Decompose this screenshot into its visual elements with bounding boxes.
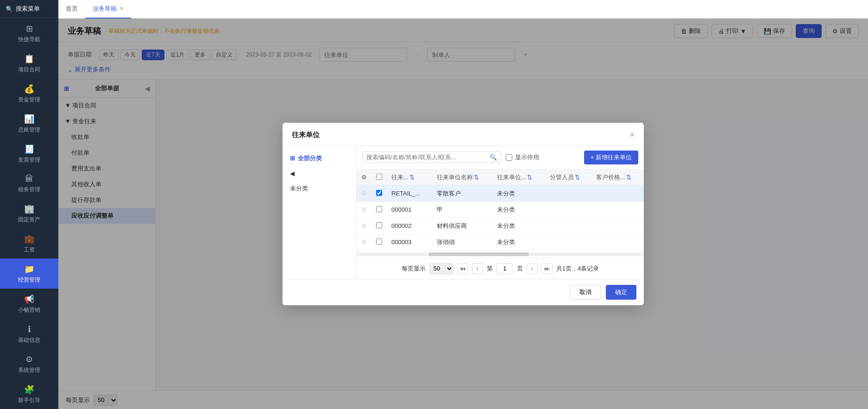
- select-all-checkbox[interactable]: [376, 174, 382, 180]
- modal-toolbar: 🔍 显示停用 + 新增往来单位: [357, 146, 644, 170]
- next-page-button[interactable]: ›: [527, 263, 538, 274]
- cancel-button[interactable]: 取消: [570, 285, 601, 300]
- sidebar-item-quick-nav[interactable]: ⊞快捷导航: [0, 18, 58, 48]
- row-manager: [545, 218, 591, 234]
- th-manager: 分管人员⇅: [545, 170, 591, 186]
- quick-nav-icon: ⊞: [26, 24, 33, 34]
- sidebar-item-new-guide[interactable]: 🧩新手引导: [0, 379, 58, 409]
- basic-info-icon: ℹ: [28, 324, 31, 334]
- row-settings: ⚙: [357, 185, 371, 201]
- sys-mgmt-icon: ⚙: [25, 354, 33, 365]
- modal-actions: 取消 确定: [283, 279, 644, 305]
- sidebar-item-project-contract[interactable]: 📋项目合同: [0, 48, 58, 78]
- gear-icon[interactable]: ⚙: [361, 190, 367, 197]
- row-select-checkbox[interactable]: [376, 206, 382, 212]
- th-code: 往来...⇅: [387, 170, 432, 186]
- table-row[interactable]: ⚙ 000003 张俏俏 未分类: [357, 234, 644, 250]
- row-checkbox[interactable]: [371, 218, 387, 234]
- row-settings: ⚙: [357, 234, 371, 250]
- row-select-checkbox[interactable]: [376, 239, 382, 245]
- modal-close-button[interactable]: ×: [629, 130, 635, 140]
- disabled-checkbox[interactable]: [506, 154, 512, 161]
- last-page-button[interactable]: ⏭: [541, 263, 553, 274]
- sidebar-logo[interactable]: 🔍 搜索菜单: [0, 0, 58, 18]
- row-checkbox[interactable]: [371, 185, 387, 201]
- modal-tree-item-unclassified[interactable]: 未分类: [283, 181, 356, 196]
- th-category: 往来单位...⇅: [492, 170, 545, 186]
- tab-close-biz-draft[interactable]: ✕: [120, 6, 124, 12]
- tab-bar: 首页业务草稿✕: [58, 0, 868, 19]
- row-code: RETAIL_...: [387, 185, 432, 201]
- row-code: 000001: [387, 201, 432, 218]
- row-checkbox[interactable]: [371, 201, 387, 218]
- sort-icon: ⇅: [409, 174, 415, 181]
- sidebar-item-biz-mgmt[interactable]: 📁经营管理: [0, 258, 58, 289]
- row-code: 000003: [387, 234, 432, 250]
- sidebar-item-salary[interactable]: 💼工资: [0, 228, 58, 258]
- sidebar-item-basic-info[interactable]: ℹ基础信息: [0, 319, 58, 349]
- sort-icon: ⇅: [527, 174, 532, 181]
- capital-mgmt-icon: 💰: [24, 84, 34, 94]
- row-name: 材料供应商: [432, 218, 493, 234]
- row-category: 未分类: [492, 234, 545, 250]
- sidebar-item-marketing[interactable]: 📢小畅营销: [0, 289, 58, 319]
- row-select-checkbox[interactable]: [376, 190, 382, 196]
- row-name: 甲: [432, 201, 493, 218]
- modal-scroll-thumb: [428, 252, 529, 256]
- gear-icon[interactable]: ⚙: [361, 239, 367, 245]
- table-header-row: ⚙ 往来...⇅ 往来单位名称⇅ 往来单位...⇅ 分管人员⇅ 客户价格...⇅: [357, 170, 644, 186]
- th-price: 客户价格...⇅: [591, 170, 644, 186]
- row-manager: [545, 234, 591, 250]
- sidebar-item-fixed-assets[interactable]: 🏢固定资产: [0, 198, 58, 228]
- th-name: 往来单位名称⇅: [432, 170, 493, 186]
- table-row[interactable]: ⚙ 000002 材料供应商 未分类: [357, 218, 644, 234]
- chevron-left-icon: ◀: [290, 170, 295, 177]
- first-page-button[interactable]: ⏮: [457, 263, 468, 274]
- modal-overlay: 往来单位 × ⊞ 全部分类 ◀: [58, 19, 868, 409]
- biz-mgmt-icon: 📁: [24, 264, 34, 274]
- row-select-checkbox[interactable]: [376, 222, 382, 228]
- add-partner-button[interactable]: + 新增往来单位: [584, 151, 638, 164]
- search-input[interactable]: [366, 154, 487, 161]
- current-page-input[interactable]: [497, 263, 513, 274]
- sidebar-item-tax-mgmt[interactable]: 🏛税务管理: [0, 169, 58, 198]
- modal-body: ⊞ 全部分类 ◀ 未分类: [283, 146, 644, 279]
- modal-scrollbar[interactable]: [357, 252, 644, 256]
- gear-icon[interactable]: ⚙: [361, 222, 367, 229]
- project-contract-icon: 📋: [24, 54, 34, 64]
- table-row[interactable]: ⚙ RETAIL_... 零散客户 未分类: [357, 185, 644, 201]
- search-icon: 🔍: [6, 6, 13, 13]
- sidebar-item-sys-mgmt[interactable]: ⚙系统管理: [0, 349, 58, 379]
- confirm-button[interactable]: 确定: [606, 285, 636, 300]
- sidebar-item-invoice-mgmt[interactable]: 🧾发票管理: [0, 138, 58, 169]
- row-manager: [545, 201, 591, 218]
- tab-home[interactable]: 首页: [58, 0, 85, 19]
- row-manager: [545, 185, 591, 201]
- show-disabled-checkbox[interactable]: 显示停用: [506, 153, 539, 162]
- new-guide-icon: 🧩: [24, 384, 34, 395]
- fixed-assets-icon: 🏢: [24, 204, 34, 214]
- search-box[interactable]: 🔍: [362, 151, 501, 163]
- modal-tree-item-toggle[interactable]: ◀: [283, 166, 356, 181]
- tab-biz-draft[interactable]: 业务草稿✕: [85, 0, 131, 19]
- sidebar-item-capital-mgmt[interactable]: 💰资金管理: [0, 78, 58, 108]
- accounting-mgmt-icon: 📊: [24, 114, 34, 124]
- row-price: [591, 185, 644, 201]
- row-price: [591, 218, 644, 234]
- per-page-label: 每页显示: [402, 264, 426, 273]
- row-code: 000002: [387, 218, 432, 234]
- table-row[interactable]: ⚙ 000001 甲 未分类: [357, 201, 644, 218]
- marketing-icon: 📢: [24, 294, 34, 304]
- sidebar-item-accounting-mgmt[interactable]: 📊总账管理: [0, 108, 58, 138]
- modal-pagination: 每页显示 50 100 ⏮ ‹ 第 页 ›: [357, 258, 644, 279]
- modal-title: 往来单位: [292, 131, 320, 139]
- gear-icon[interactable]: ⚙: [361, 174, 367, 181]
- gear-icon[interactable]: ⚙: [361, 206, 367, 213]
- row-checkbox[interactable]: [371, 234, 387, 250]
- modal-tree-item-all[interactable]: ⊞ 全部分类: [283, 151, 356, 166]
- sort-icon: ⇅: [626, 174, 631, 181]
- row-price: [591, 234, 644, 250]
- modal-per-page-select[interactable]: 50 100: [429, 263, 453, 274]
- prev-page-button[interactable]: ‹: [472, 263, 483, 274]
- page-label-before: 第: [487, 264, 493, 273]
